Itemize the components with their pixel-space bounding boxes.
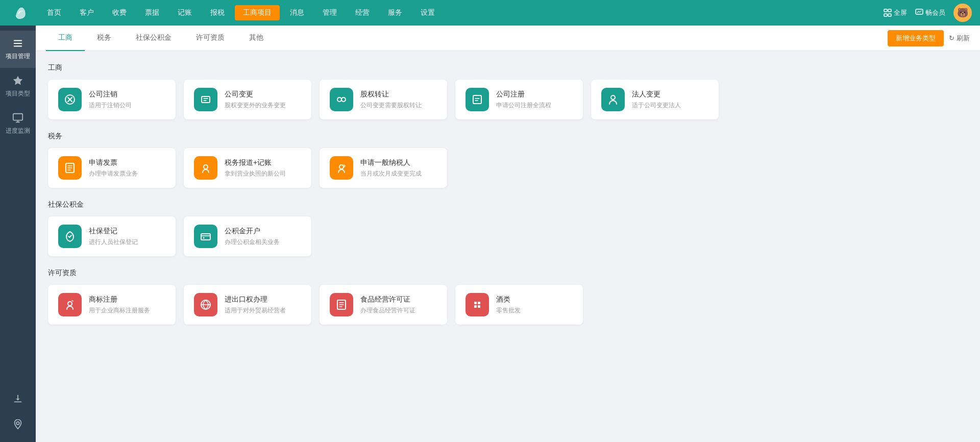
card-company-change[interactable]: 公司变更 股权变更外的业务变更 (184, 80, 311, 119)
section-shebao: 社保公积金 社保登记 进行人员社保登记 (48, 200, 968, 256)
card-food-license[interactable]: 食品经营许可证 办理食品经营许可证 (320, 285, 447, 325)
tab-actions: 新增业务类型 ↻ 刷新 (888, 30, 970, 46)
svg-point-14 (341, 97, 346, 102)
change-company-icon (194, 88, 217, 111)
app-logo (8, 5, 34, 21)
social-insurance-icon (58, 225, 82, 248)
card-desc-alcohol: 零售批发 (496, 306, 521, 315)
card-title-tax-report: 税务报道+记账 (225, 158, 286, 167)
card-text-company-register: 公司注册 申请公司注册全流程 (496, 90, 551, 110)
card-desc-company-cancel: 适用于注销公司 (89, 101, 132, 110)
top-navigation: 首页 客户 收费 票据 记账 报税 工商项目 消息 管理 经营 服务 设置 全屏 (0, 0, 980, 26)
card-fund-account[interactable]: 公积金开户 办理公积金相关业务 (184, 216, 311, 256)
nav-home[interactable]: 首页 (39, 5, 69, 20)
refresh-icon: ↻ (949, 34, 954, 42)
card-title-company-register: 公司注册 (496, 90, 551, 99)
nav-customer[interactable]: 客户 (71, 5, 102, 20)
nav-settings[interactable]: 设置 (412, 5, 443, 20)
svg-rect-15 (473, 95, 481, 104)
card-title-legal-person: 法人变更 (632, 90, 681, 99)
svg-point-16 (611, 95, 615, 100)
nav-bookkeeping[interactable]: 记账 (169, 5, 200, 20)
tab-xuke[interactable]: 许可资质 (184, 26, 237, 51)
card-text-fund-account: 公积金开户 办理公积金相关业务 (225, 227, 280, 247)
card-text-company-cancel: 公司注销 适用于注销公司 (89, 90, 132, 110)
svg-rect-12 (202, 96, 210, 103)
refresh-button[interactable]: ↻ 刷新 (949, 34, 970, 43)
add-type-button[interactable]: 新增业务类型 (888, 30, 944, 46)
card-title-company-change: 公司变更 (225, 90, 286, 99)
top-nav-right: 全屏 畅会员 🐻 (884, 4, 972, 22)
nav-manage[interactable]: 管理 (314, 5, 345, 20)
tab-shuiwu[interactable]: 税务 (85, 26, 124, 51)
nav-bill[interactable]: 票据 (137, 5, 167, 20)
nav-service[interactable]: 服务 (380, 5, 410, 20)
section-title-shebao: 社保公积金 (48, 200, 968, 209)
card-taxpayer[interactable]: 申请一般纳税人 当月或次月成变更完成 (320, 148, 447, 188)
svg-rect-7 (14, 46, 22, 47)
card-company-cancel[interactable]: 公司注销 适用于注销公司 (48, 80, 176, 119)
nav-operation[interactable]: 经营 (347, 5, 378, 20)
svg-rect-0 (884, 9, 887, 12)
nav-items: 首页 客户 收费 票据 记账 报税 工商项目 消息 管理 经营 服务 设置 (39, 5, 884, 20)
card-text-invoice: 申请发票 办理申请发票业务 (89, 158, 138, 178)
content-area: 工商 税务 社保公积金 许可资质 其他 新增业务类型 ↻ 刷新 工商 (36, 26, 980, 442)
svg-rect-1 (888, 9, 891, 12)
section-xuke: 许可资质 商标注册 用于企业商标注册服务 (48, 268, 968, 325)
tab-other[interactable]: 其他 (237, 26, 276, 51)
card-text-tax-report: 税务报道+记账 拿到营业执照的新公司 (225, 158, 286, 178)
fullscreen-button[interactable]: 全屏 (884, 8, 907, 17)
svg-point-22 (68, 302, 72, 306)
svg-point-19 (339, 165, 344, 169)
tabs-container: 工商 税务 社保公积金 许可资质 其他 (46, 26, 888, 51)
card-tax-report[interactable]: 税务报道+记账 拿到营业执照的新公司 (184, 148, 311, 188)
card-invoice[interactable]: 申请发票 办理申请发票业务 (48, 148, 176, 188)
card-desc-social-insurance: 进行人员社保登记 (89, 238, 138, 247)
card-equity-transfer[interactable]: 股权转让 公司变更需要股权转让 (320, 80, 447, 119)
section-gongshang: 工商 公司注销 适用于注销公司 (48, 63, 968, 119)
card-text-trademark: 商标注册 用于企业商标注册服务 (89, 295, 150, 315)
tab-bar: 工商 税务 社保公积金 许可资质 其他 新增业务类型 ↻ 刷新 (36, 26, 980, 51)
nav-fee[interactable]: 收费 (104, 5, 135, 20)
card-trademark[interactable]: 商标注册 用于企业商标注册服务 (48, 285, 176, 325)
card-import-export[interactable]: 进出口权办理 适用于对外贸易经营者 (184, 285, 311, 325)
sidebar-item-progress[interactable]: 进度监测 (0, 105, 36, 142)
tab-gongshang[interactable]: 工商 (46, 26, 85, 51)
section-shuiwu: 税务 申请发票 办理申请发票业务 (48, 132, 968, 188)
sidebar-item-project-type[interactable]: 项目类型 (0, 68, 36, 105)
card-title-alcohol: 酒类 (496, 295, 521, 304)
trademark-icon (58, 293, 82, 316)
card-desc-trademark: 用于企业商标注册服务 (89, 306, 150, 315)
card-title-equity-transfer: 股权转让 (360, 90, 422, 99)
svg-rect-26 (478, 302, 480, 304)
bear-avatar: 🐻 (953, 4, 972, 22)
nav-business[interactable]: 工商项目 (235, 5, 280, 20)
food-license-icon (330, 293, 353, 316)
section-title-gongshang: 工商 (48, 63, 968, 72)
member-button[interactable]: 畅会员 (915, 8, 945, 17)
sidebar-item-download[interactable] (0, 386, 36, 411)
card-alcohol[interactable]: 酒类 零售批发 (455, 285, 583, 325)
fund-account-icon (194, 225, 217, 248)
nav-message[interactable]: 消息 (282, 5, 312, 20)
shuiwu-cards: 申请发票 办理申请发票业务 税务报道+记账 (48, 148, 968, 188)
nav-tax[interactable]: 报税 (202, 5, 233, 20)
card-title-fund-account: 公积金开户 (225, 227, 280, 236)
monitor-icon (12, 112, 23, 124)
tab-shebao[interactable]: 社保公积金 (124, 26, 184, 51)
shebao-cards: 社保登记 进行人员社保登记 公积金 (48, 216, 968, 256)
card-social-insurance[interactable]: 社保登记 进行人员社保登记 (48, 216, 176, 256)
card-desc-equity-transfer: 公司变更需要股权转让 (360, 101, 422, 110)
sidebar-item-project-management[interactable]: 项目管理 (0, 31, 36, 68)
card-desc-food-license: 办理食品经营许可证 (360, 306, 415, 315)
svg-point-13 (337, 97, 341, 102)
sidebar-item-location[interactable] (0, 411, 36, 437)
card-company-register[interactable]: 公司注册 申请公司注册全流程 (455, 80, 583, 119)
member-label: 畅会员 (925, 8, 945, 17)
svg-rect-3 (888, 14, 891, 16)
section-title-shuiwu: 税务 (48, 132, 968, 141)
gongshang-cards: 公司注销 适用于注销公司 公司变更 股权 (48, 80, 968, 119)
card-text-import-export: 进出口权办理 适用于对外贸易经营者 (225, 295, 286, 315)
card-desc-import-export: 适用于对外贸易经营者 (225, 306, 286, 315)
card-legal-person[interactable]: 法人变更 适于公司变更法人 (591, 80, 719, 119)
